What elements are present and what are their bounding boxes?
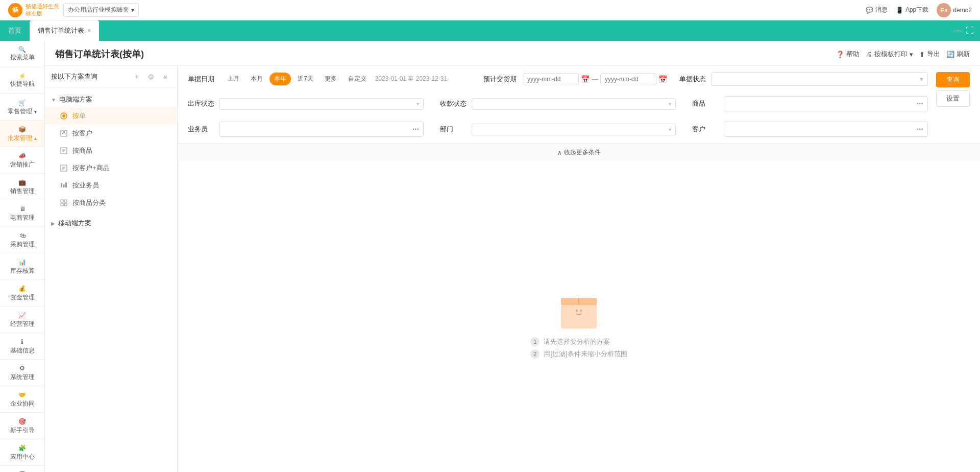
- customer-dots[interactable]: ···: [917, 125, 923, 134]
- page-actions: ❓ 帮助 🖨 按模板打印 ▾ ⬆ 导出 🔄 刷新: [836, 50, 970, 59]
- scheme-edit-button[interactable]: ⊙: [145, 71, 157, 82]
- workspace-selector[interactable]: 办公用品行业模拟账套 ▾: [63, 3, 139, 17]
- avatar: Ea: [937, 3, 951, 17]
- scheme-header: 按以下方案查询 + ⊙ «: [45, 66, 177, 88]
- top-bar-right: 💬 消息 📱 App下载 Ea demo2: [866, 3, 972, 17]
- goods-input[interactable]: ···: [724, 96, 928, 111]
- calendar-to-icon[interactable]: 📅: [658, 75, 667, 83]
- collapse-button[interactable]: ∧ 收起更多条件: [557, 148, 601, 157]
- apps-icon: 🧩: [18, 444, 26, 452]
- ship-arrow-icon: ▾: [416, 101, 419, 107]
- query-button[interactable]: 查询: [936, 72, 970, 87]
- settings-button[interactable]: 设置: [936, 90, 970, 107]
- tab-close-icon[interactable]: ×: [87, 27, 91, 34]
- sidebar-item-ecommerce[interactable]: 🖥 电商管理: [0, 200, 44, 227]
- sidebar-item-collab[interactable]: 🤝 企业协同: [0, 386, 44, 413]
- status-filter: 单据状态 ▾: [679, 72, 928, 86]
- sidebar-item-purchase[interactable]: 🛍 采购管理: [0, 227, 44, 253]
- sidebar-item-guide[interactable]: 🎯 新手引导: [0, 413, 44, 439]
- by-customer-goods-icon: [59, 163, 68, 173]
- sidebar-item-operation[interactable]: 📈 经营管理: [0, 306, 44, 333]
- scheme-item-by-salesman[interactable]: 按业务员: [45, 177, 177, 194]
- scheme-title: 按以下方案查询: [51, 72, 128, 81]
- sidebar-item-wholesale[interactable]: 📦 批发管理 ▴: [0, 121, 44, 147]
- pay-status-select[interactable]: ▾: [472, 98, 676, 110]
- refresh-button[interactable]: 🔄 刷新: [946, 50, 970, 59]
- scheme-item-label-order: 按单: [72, 111, 86, 121]
- sidebar-item-retail[interactable]: 🛒 零售管理 ▾: [0, 94, 44, 121]
- ship-status-select[interactable]: ▾: [219, 98, 424, 110]
- tab-home[interactable]: 首页: [0, 20, 30, 41]
- collapse-icon: ∧: [557, 149, 562, 156]
- ship-status-label: 出库状态: [188, 99, 216, 108]
- print-button[interactable]: 🖨 按模板打印 ▾: [866, 50, 913, 59]
- sidebar-item-system[interactable]: ⚙ 系统管理: [0, 360, 44, 386]
- pay-status-filter: 收款状态 ▾: [440, 98, 676, 110]
- sales-icon: 💼: [18, 179, 26, 186]
- maximize-icon[interactable]: ⛶: [966, 26, 974, 35]
- expected-date-from[interactable]: [523, 73, 579, 85]
- sidebar-item-basic[interactable]: ℹ 基础信息: [0, 333, 44, 360]
- expected-date-label: 预计交货期: [483, 75, 517, 84]
- scheme-add-button[interactable]: +: [131, 71, 142, 82]
- sidebar-label-nav: 快捷导航: [4, 80, 40, 88]
- date-btn-this-year[interactable]: 本年: [270, 73, 291, 85]
- sidebar-item-quick-nav[interactable]: ⚡ 快捷导航: [0, 67, 44, 94]
- scheme-item-label-customer: 按客户: [72, 129, 92, 138]
- sidebar-item-search-menu[interactable]: 🔍 搜索菜单: [0, 41, 44, 67]
- goods-dots[interactable]: ···: [917, 99, 923, 108]
- sidebar-item-finance[interactable]: 💰 资金管理: [0, 280, 44, 306]
- app-download-button[interactable]: 📱 App下载: [896, 6, 928, 14]
- date-btn-last-month[interactable]: 上月: [223, 73, 244, 85]
- scheme-item-by-customer[interactable]: 按客户: [45, 125, 177, 142]
- by-salesman-icon: [59, 181, 68, 190]
- sidebar-label-search: 搜索菜单: [4, 53, 40, 62]
- scheme-collapse-button[interactable]: «: [160, 71, 171, 82]
- svg-rect-6: [61, 183, 62, 187]
- sidebar-item-marketing[interactable]: 📣 营销推广: [0, 147, 44, 174]
- download-icon: 📱: [896, 7, 903, 14]
- scheme-item-by-customer-goods[interactable]: 按客户+商品: [45, 159, 177, 177]
- sidebar-item-apps[interactable]: 🧩 应用中心: [0, 439, 44, 466]
- filter-row-3: 业务员 ··· 部门: [188, 122, 928, 137]
- dept-select[interactable]: ▾: [472, 124, 676, 135]
- message-button[interactable]: 💬 消息: [866, 6, 888, 14]
- user-menu[interactable]: Ea demo2: [937, 3, 972, 17]
- salesman-dots[interactable]: ···: [412, 125, 419, 134]
- page-title: 销售订单统计表(按单): [55, 48, 144, 60]
- date-shortcuts: 上月 本月 本年 近7天 更多 自定义: [223, 73, 371, 85]
- svg-rect-11: [61, 203, 63, 206]
- expected-date-to[interactable]: [600, 73, 656, 85]
- collapse-label: 收起更多条件: [564, 148, 601, 157]
- help-button[interactable]: ❓ 帮助: [836, 50, 860, 59]
- top-bar-left: 畅 畅捷通好生意 标准版 办公用品行业模拟账套 ▾: [8, 3, 139, 17]
- status-label: 单据状态: [679, 75, 708, 84]
- goods-label: 商品: [692, 99, 721, 108]
- minimize-icon[interactable]: —: [953, 26, 962, 35]
- hint-num-2: 2: [530, 349, 540, 359]
- customer-input[interactable]: ···: [724, 122, 928, 137]
- scheme-item-by-order[interactable]: 按单: [45, 107, 177, 125]
- date-btn-this-month[interactable]: 本月: [246, 73, 267, 85]
- tab-sales-order-stats[interactable]: 销售订单统计表 ×: [30, 20, 99, 41]
- date-btn-custom[interactable]: 自定义: [344, 73, 371, 85]
- ship-status-filter: 出库状态 ▾: [188, 98, 424, 110]
- scheme-pc-header[interactable]: ▼ 电脑端方案: [45, 92, 177, 107]
- help-icon: ❓: [836, 51, 844, 58]
- export-button[interactable]: ⬆ 导出: [919, 50, 940, 59]
- salesman-input[interactable]: ···: [219, 122, 424, 137]
- finance-icon: 💰: [18, 285, 26, 292]
- scheme-item-by-goods[interactable]: 按商品: [45, 142, 177, 159]
- sidebar-item-stock[interactable]: 📊 库存核算: [0, 253, 44, 280]
- scheme-mobile-header[interactable]: ▶ 移动端方案: [45, 216, 177, 231]
- calendar-from-icon[interactable]: 📅: [581, 75, 590, 83]
- date-btn-7days[interactable]: 近7天: [293, 73, 318, 85]
- system-icon: ⚙: [19, 365, 25, 372]
- scheme-item-by-category[interactable]: 按商品分类: [45, 194, 177, 211]
- logo-text: 畅捷通好生意 标准版: [26, 3, 59, 16]
- sidebar-item-sales[interactable]: 💼 销售管理: [0, 174, 44, 200]
- status-select[interactable]: ▾: [711, 72, 928, 86]
- sidebar-item-wechat[interactable]: 💬 企业微信: [0, 466, 44, 472]
- date-btn-more[interactable]: 更多: [320, 73, 341, 85]
- date-shortcuts-group: 上月 本月 本年 近7天 更多 自定义 2023-01-01 至 2023-12…: [223, 73, 471, 85]
